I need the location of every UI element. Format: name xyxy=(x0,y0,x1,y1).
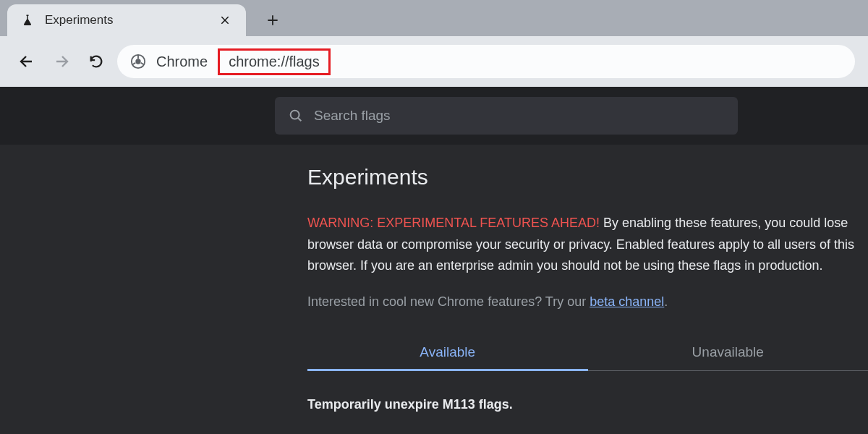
url-text: chrome://flags xyxy=(229,54,320,69)
toolbar: Chrome chrome://flags xyxy=(0,36,868,87)
url-highlight: chrome://flags xyxy=(218,48,331,75)
search-flags-box[interactable] xyxy=(275,97,738,135)
interest-text: Interested in cool new Chrome features? … xyxy=(307,294,868,310)
close-icon[interactable] xyxy=(217,12,233,28)
forward-button[interactable] xyxy=(48,48,75,75)
page-title: Experiments xyxy=(307,165,868,190)
search-icon xyxy=(288,108,304,124)
content-header xyxy=(0,87,868,145)
flag-item-title: Temporarily unexpire M113 flags. xyxy=(307,397,868,412)
page-content: Experiments WARNING: EXPERIMENTAL FEATUR… xyxy=(0,87,868,434)
reload-button[interactable] xyxy=(82,48,110,75)
beta-channel-link[interactable]: beta channel xyxy=(590,294,664,309)
tab-title: Experiments xyxy=(45,13,113,27)
address-bar[interactable]: Chrome chrome://flags xyxy=(117,45,855,78)
interest-suffix: . xyxy=(664,294,668,309)
tab-unavailable[interactable]: Unavailable xyxy=(588,334,869,370)
tab-available[interactable]: Available xyxy=(307,334,588,370)
chrome-icon xyxy=(130,54,146,69)
svg-point-2 xyxy=(291,111,299,119)
back-button[interactable] xyxy=(13,48,41,75)
search-input[interactable] xyxy=(314,108,725,124)
new-tab-button[interactable] xyxy=(259,7,286,34)
browser-tab-experiments[interactable]: Experiments xyxy=(7,4,246,36)
address-label: Chrome xyxy=(156,54,208,70)
svg-point-1 xyxy=(135,59,140,64)
warning-prefix: WARNING: EXPERIMENTAL FEATURES AHEAD! xyxy=(307,216,600,230)
tabs-row: Available Unavailable xyxy=(307,334,868,371)
flask-icon xyxy=(20,13,35,27)
tab-strip: Experiments xyxy=(0,0,868,36)
warning-text: WARNING: EXPERIMENTAL FEATURES AHEAD! By… xyxy=(307,213,868,277)
interest-lead: Interested in cool new Chrome features? … xyxy=(307,294,590,309)
